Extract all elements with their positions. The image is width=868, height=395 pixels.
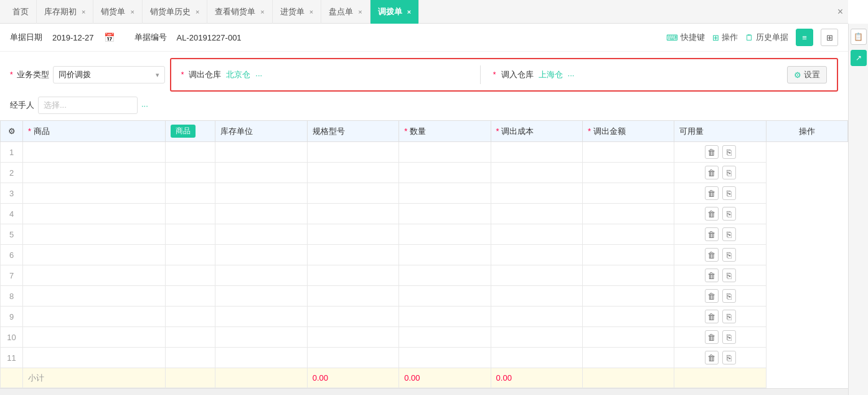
product-cell[interactable] — [23, 224, 166, 245]
target-warehouse-more[interactable]: ··· — [568, 70, 575, 80]
cost-cell[interactable] — [399, 142, 491, 163]
tab-sales-order[interactable]: 销货单 × — [93, 0, 142, 24]
window-close-button[interactable]: × — [837, 6, 843, 17]
qty-cell[interactable] — [307, 204, 399, 224]
qty-cell[interactable] — [307, 183, 399, 204]
qty-cell[interactable] — [307, 265, 399, 286]
amount-cell[interactable] — [491, 307, 582, 327]
product-cell[interactable] — [23, 265, 166, 286]
history-button[interactable]: 🗒 历史单据 — [745, 32, 788, 43]
export-button[interactable]: ↗ — [851, 50, 867, 66]
th-gear[interactable]: ⚙ — [1, 121, 23, 142]
amount-cell[interactable] — [491, 224, 582, 245]
delete-icon[interactable]: 🗑 — [705, 330, 719, 344]
delete-icon[interactable]: 🗑 — [705, 310, 719, 323]
delete-icon[interactable]: 🗑 — [705, 145, 719, 159]
copy-icon[interactable]: ⎘ — [722, 269, 736, 282]
qty-cell[interactable] — [307, 307, 399, 327]
tab-close-view-sales[interactable]: × — [260, 8, 264, 16]
cost-cell[interactable] — [399, 348, 491, 368]
delete-icon[interactable]: 🗑 — [705, 289, 719, 303]
amount-cell[interactable] — [491, 348, 582, 368]
cost-cell[interactable] — [399, 224, 491, 245]
amount-cell[interactable] — [491, 265, 582, 286]
product-cell[interactable] — [23, 307, 166, 327]
copy-icon[interactable]: ⎘ — [722, 186, 736, 200]
cost-cell[interactable] — [399, 163, 491, 183]
tab-close-sales-history[interactable]: × — [196, 8, 199, 16]
cost-cell[interactable] — [399, 245, 491, 265]
copy-icon[interactable]: ⎘ — [722, 248, 736, 262]
delete-icon[interactable]: 🗑 — [705, 248, 719, 262]
cost-cell[interactable] — [399, 327, 491, 348]
horizontal-scrollbar[interactable] — [0, 388, 848, 395]
qty-cell[interactable] — [307, 327, 399, 348]
tab-sales-history[interactable]: 销货单历史 × — [143, 0, 207, 24]
calendar-icon[interactable]: 📅 — [104, 32, 115, 42]
tab-stocktake[interactable]: 盘点单 × — [321, 0, 370, 24]
copy-icon[interactable]: ⎘ — [722, 145, 736, 159]
qty-cell[interactable] — [307, 245, 399, 265]
qty-cell[interactable] — [307, 286, 399, 307]
list-view-button[interactable]: ≡ — [796, 29, 813, 46]
amount-cell[interactable] — [491, 163, 582, 183]
amount-cell[interactable] — [491, 327, 582, 348]
scan-button[interactable]: 商品 — [171, 125, 196, 138]
tab-purchase-order[interactable]: 进货单 × — [273, 0, 321, 24]
shortcuts-button[interactable]: ⌨ 快捷键 — [666, 32, 705, 43]
copy-icon[interactable]: ⎘ — [722, 351, 736, 364]
operations-button[interactable]: ⊞ 操作 — [712, 32, 738, 43]
tab-home[interactable]: 首页 — [5, 0, 37, 24]
tab-initial-stock[interactable]: 库存期初 × — [37, 0, 93, 24]
product-cell[interactable] — [23, 163, 166, 183]
delete-icon[interactable]: 🗑 — [705, 186, 719, 200]
delete-icon[interactable]: 🗑 — [705, 351, 719, 364]
qty-cell[interactable] — [307, 142, 399, 163]
copy-icon[interactable]: ⎘ — [722, 330, 736, 344]
copy-icon[interactable]: ⎘ — [722, 289, 736, 303]
tab-close-sales-order[interactable]: × — [130, 8, 134, 16]
source-warehouse-more[interactable]: ··· — [255, 70, 262, 80]
copy-icon[interactable]: ⎘ — [722, 166, 736, 179]
product-cell[interactable] — [23, 204, 166, 224]
cost-cell[interactable] — [399, 183, 491, 204]
copy-icon[interactable]: ⎘ — [722, 310, 736, 323]
amount-cell[interactable] — [491, 142, 582, 163]
cost-cell[interactable] — [399, 265, 491, 286]
copy-icon[interactable]: ⎘ — [722, 207, 736, 221]
grid-view-button[interactable]: ⊞ — [821, 29, 838, 46]
amount-cell[interactable] — [491, 245, 582, 265]
product-cell[interactable] — [23, 183, 166, 204]
cost-cell[interactable] — [399, 286, 491, 307]
delete-icon[interactable]: 🗑 — [705, 166, 719, 179]
qty-cell[interactable] — [307, 163, 399, 183]
tab-view-sales[interactable]: 查看销货单 × — [207, 0, 272, 24]
delete-icon[interactable]: 🗑 — [705, 227, 719, 241]
delete-icon[interactable]: 🗑 — [705, 269, 719, 282]
tab-close-transfer[interactable]: × — [407, 8, 411, 16]
notes-button[interactable]: 📋 — [851, 29, 867, 45]
cost-cell[interactable] — [399, 204, 491, 224]
product-cell[interactable] — [23, 327, 166, 348]
cost-cell[interactable] — [399, 307, 491, 327]
handler-select[interactable]: 选择... — [38, 97, 138, 114]
delete-icon[interactable]: 🗑 — [705, 207, 719, 221]
tab-transfer[interactable]: 调拨单 × — [370, 0, 419, 24]
handler-more[interactable]: ··· — [141, 101, 148, 110]
amount-cell[interactable] — [491, 286, 582, 307]
qty-cell[interactable] — [307, 348, 399, 368]
product-cell[interactable] — [23, 286, 166, 307]
business-type-select[interactable]: 同价调拨 ▾ — [53, 66, 165, 83]
tab-close-stocktake[interactable]: × — [358, 8, 362, 16]
tab-close-initial-stock[interactable]: × — [82, 8, 85, 16]
settings-button[interactable]: ⚙ 设置 — [787, 66, 827, 83]
product-cell[interactable] — [23, 142, 166, 163]
copy-icon[interactable]: ⎘ — [722, 227, 736, 241]
product-cell[interactable] — [23, 348, 166, 368]
tab-close-purchase[interactable]: × — [309, 8, 313, 16]
amount-cell[interactable] — [491, 204, 582, 224]
qty-cell[interactable] — [307, 224, 399, 245]
product-cell[interactable] — [23, 245, 166, 265]
amount-cell[interactable] — [491, 183, 582, 204]
table-container: ⚙ 商品 商品 库存单位 规格型号 数量 调出成本 调出金额 可用量 操作 1 — [0, 120, 848, 388]
